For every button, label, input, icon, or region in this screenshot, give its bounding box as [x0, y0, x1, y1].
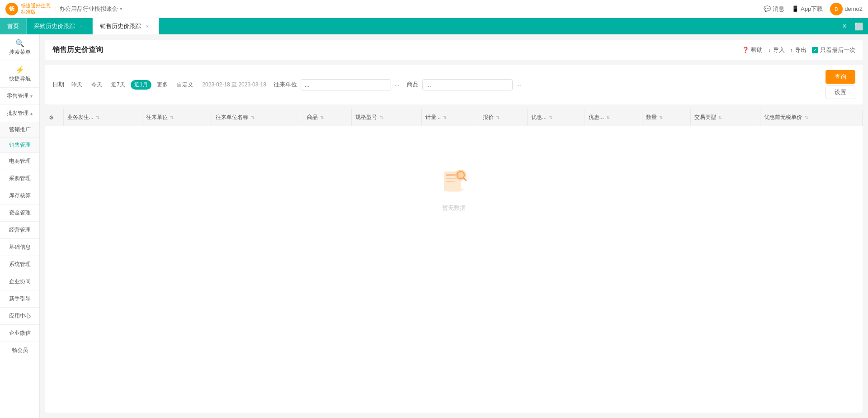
sort-icon: ⇅	[549, 115, 552, 120]
tab-purchase-history[interactable]: 采购历史价跟踪 ×	[27, 18, 93, 34]
sidebar-item-app-center[interactable]: 应用中心	[0, 308, 39, 325]
th-discount1[interactable]: 优惠... ⇅	[527, 109, 585, 126]
sidebar-item-sales-mgmt[interactable]: 销售管理	[0, 138, 39, 153]
tab-home[interactable]: 首页	[0, 18, 27, 34]
settings-button[interactable]: 设置	[826, 86, 855, 99]
main-layout: 🔍 搜索菜单 ⚡ 快捷导航 零售管理 ▾ 批发管理 ▴ 营销推广 销售管理 电商…	[0, 34, 868, 418]
header-right: 💬 消息 📱 App下载 D demo2	[764, 3, 863, 15]
close-tab-sales-icon[interactable]: ×	[144, 23, 151, 30]
help-button[interactable]: ❓ 帮助	[742, 46, 763, 54]
sidebar-item-retail[interactable]: 零售管理 ▾	[0, 88, 39, 105]
logo-icon: 畅	[5, 3, 18, 15]
th-biz-date[interactable]: 业务发生... ⇅	[63, 109, 142, 126]
page-content: 销售历史价查询 ❓ 帮助 ↓ 导入 ↑ 导出 ✓	[40, 34, 868, 418]
th-quantity[interactable]: 数量 ⇅	[642, 109, 690, 126]
page-title: 销售历史价查询	[52, 45, 103, 55]
date-label: 日期	[52, 81, 64, 89]
counterpart-filter-group: 往来单位 ···	[274, 79, 400, 90]
date-option-today[interactable]: 今天	[88, 80, 106, 90]
close-window-button[interactable]: ×	[839, 21, 850, 32]
counterpart-label: 往来单位	[274, 81, 297, 89]
counterpart-more-icon[interactable]: ···	[395, 81, 400, 88]
sidebar-item-system[interactable]: 系统管理	[0, 256, 39, 273]
message-icon: 💬	[764, 5, 771, 12]
export-button[interactable]: ↑ 导出	[790, 46, 807, 54]
th-trade-type[interactable]: 交易类型 ⇅	[690, 109, 760, 126]
sort-icon: ⇅	[496, 115, 500, 120]
chevron-down-icon: ▾	[120, 6, 123, 12]
th-pretax-price[interactable]: 优惠前无税单价 ⇅	[760, 109, 863, 126]
date-option-yesterday[interactable]: 昨天	[68, 80, 86, 90]
import-button[interactable]: ↓ 导入	[768, 46, 785, 54]
date-range-display: 2023-02-18 至 2023-03-18	[202, 81, 266, 89]
sidebar-item-wholesale[interactable]: 批发管理 ▴	[0, 105, 39, 122]
sidebar-item-inventory[interactable]: 库存核算	[0, 187, 39, 204]
th-gear[interactable]: ⚙	[45, 109, 63, 126]
breadcrumb-separator: |	[54, 5, 56, 12]
sort-icon: ⇅	[380, 115, 383, 120]
sidebar-item-basic-info[interactable]: 基础信息	[0, 239, 39, 256]
sidebar-item-marketing[interactable]: 营销推广	[0, 122, 39, 138]
sidebar-item-finance[interactable]: 资金管理	[0, 204, 39, 222]
date-option-custom[interactable]: 自定义	[173, 80, 197, 90]
date-options: 昨天 今天 近7天 近1月 更多 自定义	[68, 80, 197, 90]
sidebar-item-enterprise-agreement[interactable]: 企业协同	[0, 273, 39, 290]
sidebar-item-purchase[interactable]: 采购管理	[0, 170, 39, 187]
sidebar-item-search[interactable]: 🔍 搜索菜单	[0, 34, 39, 61]
logo-text: 畅捷通好生意 标准版	[21, 3, 51, 14]
tab-bar-actions: × ⬜	[835, 21, 868, 32]
sort-icon: ⇅	[320, 115, 324, 120]
date-option-last1month[interactable]: 近1月	[131, 80, 152, 90]
product-input[interactable]	[422, 79, 513, 90]
doc-title[interactable]: 办公用品行业模拟账套 ▾	[59, 5, 123, 13]
th-spec[interactable]: 规格型号 ⇅	[352, 109, 422, 126]
maximize-window-button[interactable]: ⬜	[854, 21, 864, 32]
sort-icon: ⇅	[251, 115, 255, 120]
sidebar-item-quick-nav[interactable]: ⚡ 快捷导航	[0, 61, 39, 88]
product-more-icon[interactable]: ···	[516, 81, 521, 88]
user-menu[interactable]: D demo2	[830, 3, 863, 15]
counterpart-input[interactable]	[301, 79, 391, 90]
table-area: ⚙ 业务发生... ⇅ 往来单位 ⇅ 往来单位名称	[45, 109, 863, 413]
empty-illustration	[436, 162, 472, 199]
th-product[interactable]: 商品 ⇅	[303, 109, 352, 126]
download-icon: 📱	[792, 5, 799, 12]
gear-icon: ⚙	[49, 114, 54, 121]
app-download-button[interactable]: 📱 App下载	[792, 5, 823, 13]
empty-text: 暂无数据	[442, 204, 466, 212]
svg-rect-4	[446, 181, 455, 182]
sidebar-item-member[interactable]: 畅会员	[0, 342, 39, 359]
page-header-actions: ❓ 帮助 ↓ 导入 ↑ 导出 ✓ 只看最后一次	[742, 46, 855, 54]
table-header: ⚙ 业务发生... ⇅ 往来单位 ⇅ 往来单位名称	[45, 109, 863, 126]
tab-sales-history[interactable]: 销售历史价跟踪 ×	[93, 18, 159, 34]
quick-nav-icon: ⚡	[15, 66, 24, 74]
sort-icon: ⇅	[606, 115, 610, 120]
export-icon: ↑	[790, 47, 793, 53]
message-button[interactable]: 💬 消息	[764, 5, 784, 13]
svg-rect-3	[446, 178, 457, 179]
empty-state: 暂无数据	[45, 126, 863, 248]
show-last-checkbox[interactable]: ✓ 只看最后一次	[812, 46, 855, 54]
th-unit[interactable]: 计量... ⇅	[421, 109, 479, 126]
logo: 畅 畅捷通好生意 标准版	[5, 3, 51, 15]
empty-row: 暂无数据	[45, 126, 863, 249]
sidebar-item-enterprise-wechat[interactable]: 企业微信	[0, 325, 39, 342]
query-button[interactable]: 查询	[826, 70, 855, 84]
filter-actions: 查询 设置	[826, 70, 855, 99]
chevron-up-icon: ▴	[30, 111, 33, 116]
th-counterpart-code[interactable]: 往来单位 ⇅	[142, 109, 212, 126]
filter-bar: 日期 昨天 今天 近7天 近1月 更多 自定义 2023-02-18 至 202…	[45, 65, 863, 104]
sidebar-item-operations[interactable]: 经营管理	[0, 222, 39, 239]
close-tab-purchase-icon[interactable]: ×	[78, 23, 85, 30]
date-option-more[interactable]: 更多	[153, 80, 171, 90]
th-quoted-price[interactable]: 报价 ⇅	[479, 109, 527, 126]
sidebar-item-ecommerce[interactable]: 电商管理	[0, 153, 39, 170]
search-icon: 🔍	[15, 39, 24, 48]
th-discount2[interactable]: 优惠... ⇅	[585, 109, 642, 126]
tab-bar: 首页 采购历史价跟踪 × 销售历史价跟踪 × × ⬜	[0, 18, 868, 34]
sidebar-item-guide[interactable]: 新手引导	[0, 290, 39, 308]
date-option-last7days[interactable]: 近7天	[108, 80, 129, 90]
sort-icon: ⇅	[96, 115, 99, 120]
sort-icon: ⇅	[170, 115, 174, 120]
th-counterpart-name[interactable]: 往来单位名称 ⇅	[212, 109, 303, 126]
